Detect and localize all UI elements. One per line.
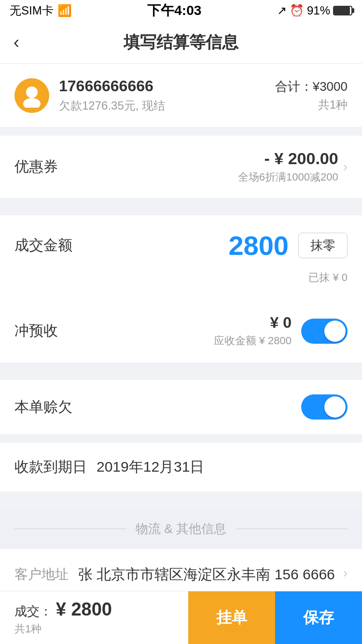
customer-phone: 17666666666 [59,77,165,95]
total-count: 共1种 [275,97,348,112]
customer-total: 合计：¥3000 共1种 [275,78,348,112]
coupon-arrow-icon: › [343,159,348,175]
amount-section: 成交金额 2800 抹零 已抹 ¥ 0 [0,215,362,299]
customer-details: 17666666666 欠款1276.35元, 现结 [59,77,165,113]
save-button[interactable]: 保存 [275,591,362,644]
coupon-discount: - ¥ 200.00 [238,149,338,168]
battery-percent: 91% [307,4,330,17]
divider-line-left [14,529,126,529]
customer-left: 17666666666 欠款1276.35元, 现结 [14,77,165,113]
avatar [14,78,49,113]
amount-value: 2800 [228,230,289,261]
battery-bar [333,6,352,15]
section-gap-1 [0,207,362,215]
round-button[interactable]: 抹零 [298,233,348,258]
customer-debt: 欠款1276.35元, 现结 [59,98,165,113]
svg-point-0 [26,86,38,98]
amount-row: 成交金额 2800 抹零 [14,230,348,261]
prereceive-value: ¥ 0 [214,314,292,332]
logistics-divider: 物流 & 其他信息 [0,509,362,549]
back-button[interactable]: ‹ [14,32,19,53]
debit-label: 本单赊欠 [14,397,72,417]
coupon-section[interactable]: 优惠券 - ¥ 200.00 全场6折满1000减200 › [0,136,362,198]
status-left: 无SIM卡 📶 [10,3,72,18]
bottom-buttons: 挂单 保存 [188,591,362,644]
prereceive-sub: 应收金额 ¥ 2800 [214,334,292,348]
nav-bar: ‹ 填写结算等信息 [0,21,362,64]
due-date-section: 收款到期日 2019年12月31日 [0,443,362,491]
status-right: ↗ ⏰ 91% [277,4,352,17]
svg-point-1 [23,98,41,108]
debit-toggle[interactable] [301,394,348,420]
logistics-label: 物流 & 其他信息 [136,520,226,537]
debit-toggle-knob [324,396,346,418]
location-icon: ↗ [277,4,287,17]
due-date-value: 2019年12月31日 [97,457,204,477]
wifi-icon: 📶 [57,4,72,17]
prereceive-right: ¥ 0 应收金额 ¥ 2800 [214,314,348,348]
divider-line-right [236,529,348,529]
status-time: 下午4:03 [147,1,201,20]
address-arrow-icon: › [343,563,348,581]
coupon-label: 优惠券 [14,157,58,177]
amount-label: 成交金额 [14,236,72,255]
avatar-icon [20,84,44,108]
section-gap-3 [0,500,362,509]
address-label: 客户地址 [14,563,69,584]
page-title: 填写结算等信息 [124,31,238,54]
prereceive-value-wrap: ¥ 0 应收金额 ¥ 2800 [214,314,292,348]
amount-sub-row: 已抹 ¥ 0 [14,269,348,285]
section-gap-2 [0,363,362,371]
prereceive-label: 冲预收 [14,321,58,341]
bottom-summary: 成交： ¥ 2800 共1种 [0,599,188,636]
coupon-right: - ¥ 200.00 全场6折满1000减200 › [238,149,348,184]
toggle-knob [324,321,346,342]
prereceive-row: 冲预收 ¥ 0 应收金额 ¥ 2800 [14,314,348,348]
main-content: 17666666666 欠款1276.35元, 现结 合计：¥3000 共1种 … [0,64,362,644]
due-date-label: 收款到期日 [14,457,87,477]
bottom-bar: 成交： ¥ 2800 共1种 挂单 保存 [0,591,362,644]
bottom-deal-row: 成交： ¥ 2800 [14,599,174,620]
hang-button[interactable]: 挂单 [188,591,275,644]
carrier-text: 无SIM卡 [10,3,54,18]
bottom-count: 共1种 [14,622,174,636]
battery-fill [334,7,350,14]
prereceive-toggle[interactable] [301,319,348,344]
total-label: 合计：¥3000 [275,78,348,95]
customer-info-section: 17666666666 欠款1276.35元, 现结 合计：¥3000 共1种 [0,64,362,127]
debit-section: 本单赊欠 [0,380,362,434]
amount-sub-text: 已抹 ¥ 0 [308,271,348,283]
coupon-values: - ¥ 200.00 全场6折满1000减200 [238,149,338,184]
amount-value-wrap: 2800 抹零 [228,230,348,261]
alarm-icon: ⏰ [290,4,304,17]
prereceive-section: 冲预收 ¥ 0 应收金额 ¥ 2800 [0,299,362,363]
bottom-deal-label: 成交： [14,604,52,618]
bottom-amount: ¥ 2800 [56,599,112,619]
coupon-description: 全场6折满1000减200 [238,170,338,184]
status-bar: 无SIM卡 📶 下午4:03 ↗ ⏰ 91% [0,0,362,21]
